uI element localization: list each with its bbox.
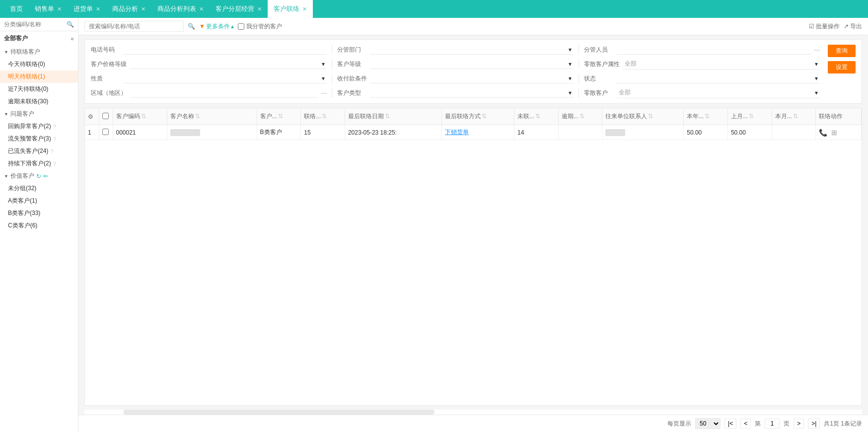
phone-input[interactable]	[124, 45, 327, 55]
next-page-btn[interactable]: >	[794, 419, 804, 429]
close-product-list-icon[interactable]: ✕	[199, 6, 204, 12]
last-page-btn[interactable]: >|	[808, 419, 820, 429]
td-checkbox	[99, 125, 113, 140]
horizontal-scrollbar[interactable]	[84, 410, 862, 415]
close-sales-icon[interactable]: ✕	[57, 6, 62, 12]
sidebar-item-7days[interactable]: 近7天待联络(0)	[0, 83, 78, 95]
sort-last-month-icon: ⇅	[749, 113, 754, 120]
price-level-select[interactable]: ▾	[130, 60, 327, 69]
sidebar-item-ungrouped[interactable]: 未分组(32)	[0, 182, 78, 195]
divider-3	[332, 59, 332, 69]
help-icon-1[interactable]: ?	[53, 124, 56, 130]
prev-page-btn[interactable]: <	[740, 419, 751, 429]
nav-customer-tier[interactable]: 客户分层经营 ✕	[210, 0, 268, 18]
payment-label: 收付款条件	[337, 74, 367, 83]
price-level-label: 客户价格等级	[91, 60, 127, 69]
customer-type-select[interactable]: ▾	[370, 88, 573, 98]
customer-table: ⚙ 客户编码⇅ 客户名称⇅ 客户...⇅ 联络...⇅ 最后联络日期⇅ 最后联络…	[85, 108, 862, 140]
sort-last-date-icon: ⇅	[385, 113, 390, 120]
phone-action-icon[interactable]: 📞	[819, 129, 827, 137]
person-input[interactable]	[617, 45, 811, 55]
region-dots-icon[interactable]: ···	[321, 89, 327, 97]
edit-value-icon[interactable]: ✏	[43, 173, 48, 180]
toolbar-right: ☑ 批量操作 ↗ 导出	[809, 22, 862, 31]
help-icon-2[interactable]: ?	[53, 136, 56, 142]
group-value-customers[interactable]: 价值客户 ↻ ✏	[0, 170, 78, 182]
nav-purchase[interactable]: 进货单 ✕	[68, 0, 106, 18]
nav-customer-contact[interactable]: 客户联络 ✕	[268, 0, 313, 18]
customer-level-select[interactable]: ▾	[370, 60, 573, 69]
first-page-btn[interactable]: |<	[724, 419, 736, 429]
region-input[interactable]	[130, 88, 318, 98]
filter-scatter-customer: 零散客户 全部 ▾	[584, 87, 820, 98]
nav-sales[interactable]: 销售单 ✕	[29, 0, 68, 18]
filter-search-input[interactable]	[84, 21, 184, 32]
grid-action-icon[interactable]: ⊞	[831, 129, 837, 137]
sidebar-item-class-b[interactable]: B类客户(33)	[0, 207, 78, 219]
table-row: 1 000021 B类客户 15 2023-05-23 18:25: 下销货单 …	[85, 125, 862, 140]
sidebar-item-churn-warning[interactable]: 流失预警客户(3) ?	[0, 133, 78, 145]
nav-product-analysis[interactable]: 商品分析 ✕	[106, 0, 151, 18]
per-page-select[interactable]: 50 100 200	[695, 418, 721, 429]
td-code: 000021	[113, 125, 167, 140]
close-purchase-icon[interactable]: ✕	[96, 6, 100, 12]
sort-name-icon: ⇅	[195, 113, 200, 120]
nature-select[interactable]: ▾	[124, 74, 327, 83]
refresh-icon[interactable]: ↻	[36, 173, 41, 180]
scatter-attr-select[interactable]: 全部 ▾	[623, 59, 820, 70]
table-header-row: ⚙ 客户编码⇅ 客户名称⇅ 客户...⇅ 联络...⇅ 最后联络日期⇅ 最后联络…	[85, 108, 862, 125]
export-btn[interactable]: ↗ 导出	[844, 22, 862, 31]
reset-button[interactable]: 设置	[828, 61, 856, 73]
batch-op-btn[interactable]: ☑ 批量操作	[809, 22, 840, 31]
th-code: 客户编码⇅	[113, 108, 167, 125]
sidebar-search-area: 🔍	[0, 18, 78, 31]
sidebar-item-class-c[interactable]: C类客户(6)	[0, 219, 78, 232]
sidebar-item-today[interactable]: 今天待联络(0)	[0, 58, 78, 71]
filter-action-btns: 查询 设置	[828, 45, 856, 98]
all-customers-header[interactable]: 全部客户 «	[0, 31, 78, 46]
scatter-customer-chevron-icon: ▾	[815, 89, 818, 96]
page-input[interactable]	[765, 419, 780, 429]
filter-region: 区域（地区） ···	[91, 88, 327, 98]
th-last-month: 上月...⇅	[727, 108, 772, 125]
group-pending-contact[interactable]: 待联络客户	[0, 46, 78, 58]
status-select[interactable]: ▾	[617, 74, 820, 83]
sort-overdue-icon: ⇅	[579, 113, 584, 120]
sidebar-item-repurchase-anomaly[interactable]: 回购异常客户(2) ?	[0, 120, 78, 133]
sidebar-item-churned[interactable]: 已流失客户(24) ?	[0, 145, 78, 157]
region-label: 区域（地区）	[91, 89, 127, 97]
top-nav: 首页 销售单 ✕ 进货单 ✕ 商品分析 ✕ 商品分析列表 ✕ 客户分层经营 ✕ …	[0, 0, 868, 18]
price-level-chevron-icon: ▾	[322, 61, 325, 68]
sidebar-item-overdue[interactable]: 逾期未联络(30)	[0, 95, 78, 108]
page-label: 第	[755, 420, 761, 428]
payment-select[interactable]: ▾	[370, 74, 573, 83]
close-product-analysis-icon[interactable]: ✕	[141, 6, 145, 12]
last-method-link[interactable]: 下销货单	[445, 129, 469, 136]
close-customer-tier-icon[interactable]: ✕	[257, 6, 262, 12]
close-customer-contact-icon[interactable]: ✕	[302, 6, 307, 12]
nav-home[interactable]: 首页	[4, 0, 29, 18]
select-all-checkbox[interactable]	[102, 113, 109, 119]
filter-scatter-attr: 零散客户属性 全部 ▾	[584, 59, 820, 70]
group-problem-customers[interactable]: 问题客户	[0, 108, 78, 120]
filter-payment: 收付款条件 ▾	[337, 74, 573, 83]
sidebar-item-class-a[interactable]: A类客户(1)	[0, 195, 78, 207]
more-conditions-btn[interactable]: ▼ 更多条件	[199, 22, 234, 31]
search-icon[interactable]: 🔍	[188, 23, 195, 30]
sidebar-item-declining[interactable]: 持续下滑客户(2) ?	[0, 157, 78, 170]
help-icon-4[interactable]: ?	[53, 161, 56, 167]
nav-product-list[interactable]: 商品分析列表 ✕	[151, 0, 210, 18]
person-dots-icon[interactable]: ···	[814, 46, 820, 54]
help-icon-3[interactable]: ?	[50, 148, 53, 154]
sidebar-search-input[interactable]	[4, 21, 67, 28]
th-name: 客户名称⇅	[167, 108, 257, 125]
row-checkbox[interactable]	[102, 129, 109, 135]
query-button[interactable]: 查询	[828, 45, 856, 57]
sidebar-item-tomorrow[interactable]: 明天待联络(1)	[0, 71, 78, 83]
main-layout: 🔍 全部客户 « 待联络客户 今天待联络(0) 明天待联络(1) 近7天待联络(…	[0, 18, 868, 432]
my-customers-checkbox[interactable]: 我分管的客户	[238, 22, 282, 31]
divider-4	[579, 59, 579, 69]
sidebar-search-icon[interactable]: 🔍	[67, 21, 74, 28]
dept-select[interactable]: ▾	[370, 45, 573, 55]
scatter-customer-select[interactable]: 全部 ▾	[617, 87, 820, 98]
